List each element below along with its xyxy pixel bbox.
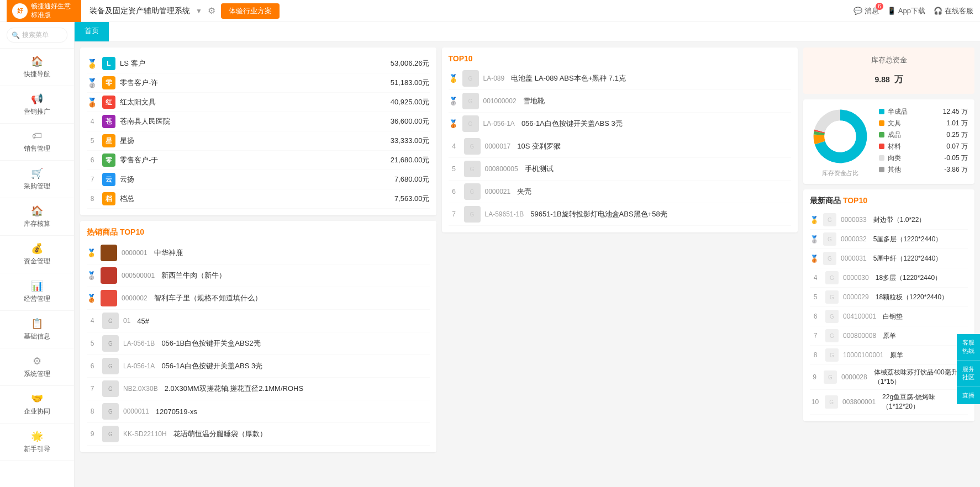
hot-product-item[interactable]: 6 G LA-056-1A 056-1A白色按键开关盖ABS 3壳 [87, 355, 430, 378]
new-product-item[interactable]: 🥇 G 0000033 封边带（1.0*22） [810, 210, 968, 230]
float-btn-community[interactable]: 服务社区 [957, 361, 980, 387]
product-image-placeholder: G [102, 380, 119, 397]
new-product-item[interactable]: 🥈 G 0000032 5厘多层（1220*2440） [810, 230, 968, 249]
new-product-image: G [823, 213, 836, 226]
hot-product-item[interactable]: 4 G 01 45# [87, 310, 430, 332]
hot-product-item[interactable]: 8 G 0000011 12070519-xs [87, 400, 430, 423]
silver-medal-icon: 🥈 [87, 271, 96, 280]
product-rank-number: 6 [87, 362, 98, 370]
sidebar-item-newuser[interactable]: 🌟 新手引导 [0, 424, 74, 461]
new-product-item[interactable]: 4 G 0000030 18多层（1220*2440） [810, 268, 968, 288]
search-icon: 🔍 [12, 31, 20, 39]
new-products-list: 🥇 G 0000033 封边带（1.0*22） 🥈 G 0000032 5厘多层… [810, 210, 968, 415]
mid-column: TOP10 🥇 G LA-089 电池盖 LA-089 ABS本色+黑种 7.1… [442, 47, 798, 481]
customer-rank-item[interactable]: 4 苍 苍南县人民医院 36,600.00元 [87, 112, 430, 131]
new-product-item[interactable]: 6 G 004100001 白钢垫 [810, 307, 968, 326]
sidebar-item-inventory[interactable]: 🏠 库存核算 [0, 198, 74, 236]
new-product-name: 18颗粒板（1220*2440） [876, 293, 948, 302]
online-service-button[interactable]: 🎧 在线客服 [934, 6, 973, 16]
product-name: 中华神鹿 [154, 248, 183, 258]
new-product-name: 5厘多层（1220*2440） [873, 235, 942, 244]
sidebar-item-enterprise[interactable]: 🤝 企业协同 [0, 386, 74, 424]
customer-rank-item[interactable]: 5 星 星扬 33,333.00元 [87, 131, 430, 151]
product-rank-number: 4 [87, 317, 98, 325]
inventory-icon: 🏠 [31, 205, 43, 217]
mid-hot-title: TOP10 [449, 54, 792, 63]
sidebar-item-sales[interactable]: 🏷 销售管理 [0, 124, 74, 161]
newuser-icon: 🌟 [31, 430, 43, 442]
new-product-item[interactable]: 7 G 000800008 原羊 [810, 326, 968, 346]
mid-product-name: 夹壳 [517, 187, 531, 197]
customer-amount: 51,183.00元 [391, 78, 430, 88]
customer-amount: 33,333.00元 [391, 136, 430, 146]
hot-product-item[interactable]: 🥇 0000001 中华神鹿 [87, 242, 430, 264]
gold-medal-icon: 🥇 [810, 216, 819, 224]
customer-rank-item[interactable]: 8 档 档总 7,563.00元 [87, 189, 430, 209]
trial-button[interactable]: 体验行业方案 [221, 3, 280, 19]
customer-rank-item[interactable]: 6 零 零售客户-于 21,680.00元 [87, 151, 430, 170]
product-image-placeholder: G [102, 403, 119, 420]
customer-amount: 40,925.00元 [391, 97, 430, 107]
customer-amount: 53,006.26元 [391, 59, 430, 68]
hot-product-item[interactable]: 5 G LA-056-1B 056-1B白色按键开关盒ABS2壳 [87, 332, 430, 355]
sidebar-item-purchase[interactable]: 🛒 采购管理 [0, 161, 74, 198]
app-download-button[interactable]: 📱 App下载 [887, 6, 925, 16]
topbar-right: 💬 消息 6 📱 App下载 🎧 在线客服 [853, 6, 973, 16]
float-btn-service[interactable]: 客服热线 [957, 334, 980, 361]
new-product-rank: 5 [810, 293, 821, 301]
sidebar-item-basic-info[interactable]: 📋 基础信息 [0, 311, 74, 348]
tab-home[interactable]: 首页 [75, 22, 109, 41]
customer-rank-item[interactable]: 7 云 云扬 7,680.00元 [87, 170, 430, 189]
new-product-item[interactable]: 5 G 0000029 18颗粒板（1220*2440） [810, 288, 968, 307]
dropdown-arrow-icon[interactable]: ▼ [196, 7, 202, 15]
product-code: 0000002 [122, 294, 147, 302]
hot-product-item[interactable]: 7 G NB2.0X30B 2.0X30MM双搓花轴,搓花直径2.1MM/ROH… [87, 378, 430, 400]
mid-product-item[interactable]: 4 G 0000017 10S 变刹罗猴 [449, 135, 792, 158]
mid-product-code: LA-056-1A [483, 120, 515, 128]
mid-product-item[interactable]: 5 G 000800005 手机测试 [449, 158, 792, 181]
customer-avatar: 零 [102, 153, 115, 167]
sidebar-search[interactable]: 🔍 搜索菜单 [0, 22, 74, 49]
sidebar-item-finance[interactable]: 💰 资金管理 [0, 236, 74, 273]
mid-product-item[interactable]: 6 G 0000021 夹壳 [449, 181, 792, 203]
sidebar-item-marketing[interactable]: 📢 营销推广 [0, 86, 74, 124]
mid-product-item[interactable]: 🥈 G 001000002 雪地靴 [449, 90, 792, 113]
message-button[interactable]: 💬 消息 6 [853, 6, 879, 16]
product-code: 01 [123, 317, 130, 325]
new-product-item[interactable]: 10 G 003800001 22g鱼豆腐-烧烤味（1*12*20） [810, 390, 968, 415]
new-product-image: G [825, 290, 839, 304]
mid-product-image: G [462, 93, 479, 109]
new-product-name: 白钢垫 [883, 312, 903, 321]
new-product-image: G [824, 370, 837, 384]
product-name: 12070519-xs [156, 407, 197, 416]
svg-point-5 [824, 120, 856, 152]
sidebar-item-system[interactable]: ⚙ 系统管理 [0, 348, 74, 386]
settings-gear-icon[interactable]: ⚙ [208, 6, 215, 16]
hot-product-item[interactable]: 9 G KK-SD22110H 花语萌恒温分腿睡袋（厚款） [87, 423, 430, 446]
new-product-code: 0000031 [841, 255, 867, 262]
sidebar-item-quicknav[interactable]: 🏠 快捷导航 [0, 49, 74, 86]
new-product-item[interactable]: 8 G 10000100001 原羊 [810, 346, 968, 365]
float-btn-live[interactable]: 直播 [957, 387, 980, 404]
product-code: 0000001 [122, 249, 147, 257]
customer-rank-item[interactable]: 🥇 L LS 客户 53,006.26元 [87, 54, 430, 73]
silver-medal-icon: 🥈 [810, 235, 819, 244]
mid-product-item[interactable]: 7 G LA-59651-1B 59651-1B旋转投影灯电池盒ABS黑色+58… [449, 203, 792, 226]
mid-product-item[interactable]: 🥉 G LA-056-1A 056-1A白色按键开关盖ABS 3壳 [449, 113, 792, 135]
topbar-logo: 好 畅捷通好生意 标准版 [7, 0, 81, 22]
customer-rank-item[interactable]: 🥈 零 零售客户-许 51,183.00元 [87, 73, 430, 93]
system-name: 装备及固定资产辅助管理系统 [89, 6, 190, 16]
new-product-item[interactable]: 9 G 0000028 体械荔枝味苏打饮品400毫升（1*15） [810, 365, 968, 390]
new-product-item[interactable]: 🥉 G 0000031 5厘中纤（1220*2440） [810, 249, 968, 268]
sidebar-item-operations[interactable]: 📊 经营管理 [0, 273, 74, 311]
message-badge: 6 [876, 3, 883, 10]
customer-name: 云扬 [120, 174, 390, 184]
customer-rank-item[interactable]: 🥉 红 红太阳文具 40,925.00元 [87, 93, 430, 112]
hot-product-item[interactable]: 🥈 000500001 新西兰牛肉（新牛） [87, 264, 430, 287]
mid-product-item[interactable]: 🥇 G LA-089 电池盖 LA-089 ABS本色+黑种 7.1克 [449, 67, 792, 90]
product-name: 056-1B白色按键开关盒ABS2壳 [161, 338, 260, 348]
customer-avatar: 云 [102, 173, 115, 186]
mobile-icon: 📱 [887, 7, 896, 15]
customer-name: 档总 [120, 194, 390, 204]
hot-product-item[interactable]: 🥉 0000002 智利车子里（规格不知道填什么） [87, 287, 430, 310]
